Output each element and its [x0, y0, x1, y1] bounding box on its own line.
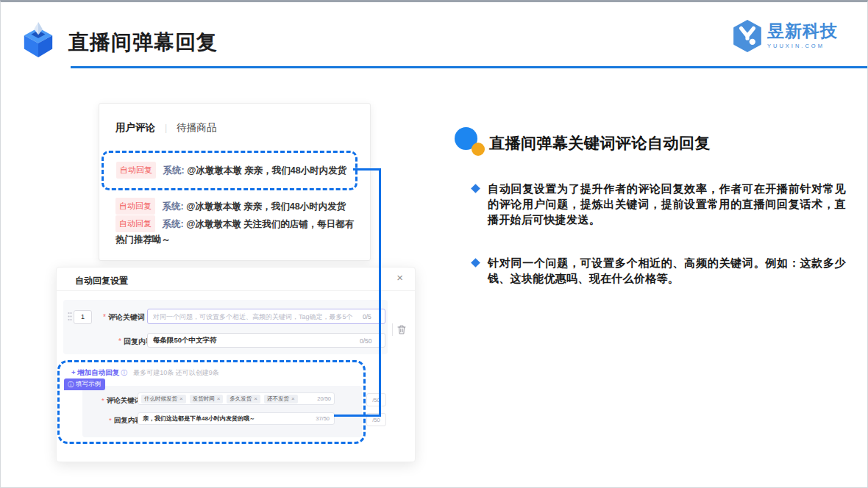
- connector-line: [353, 168, 381, 171]
- trash-divider: [392, 323, 393, 336]
- close-icon[interactable]: ×: [396, 272, 403, 283]
- rule-index-input[interactable]: 1: [74, 310, 92, 324]
- auto-reply-badge: 自动回复: [116, 162, 156, 179]
- reply-input[interactable]: [147, 333, 385, 348]
- diamond-bullet-icon: [471, 258, 480, 268]
- auto-reply-message: 自动回复 系统: @冰墩墩本墩 关注我们的店铺，每日都有热门推荐呦～: [115, 215, 360, 248]
- modal-title: 自动回复设置: [75, 275, 128, 287]
- brand-hexagon-icon: [732, 20, 763, 52]
- brand-logo: 昱新科技 YUUXIN.COM: [732, 20, 838, 52]
- drag-handle-icon[interactable]: [68, 312, 72, 321]
- feature-dot-yellow-icon: [472, 143, 485, 156]
- auto-reply-badge: 自动回复: [115, 215, 155, 232]
- comment-tabs: 用户评论 | 待播商品: [115, 121, 216, 134]
- required-mark: *: [118, 337, 121, 345]
- feature-bullet: 自动回复设置为了提升作者的评论回复效率，作者可在开播前针对常见的评论用户问题，提…: [488, 181, 846, 227]
- diamond-bullet-icon: [471, 184, 480, 193]
- connector-line: [379, 168, 381, 417]
- auto-reply-message: 自动回复 系统: @冰墩墩本墩 亲亲，我们48小时内发货: [116, 162, 346, 179]
- keyword-input[interactable]: [147, 309, 385, 324]
- highlight-annotation-message: 自动回复 系统: @冰墩墩本墩 亲亲，我们48小时内发货: [102, 151, 357, 190]
- message-sender: 系统:: [163, 165, 184, 176]
- brand-domain: YUUXIN.COM: [767, 43, 838, 49]
- keyword-counter: 0/5: [363, 313, 371, 320]
- message-text: @冰墩墩本墩 亲亲，我们48小时内发货: [186, 201, 346, 212]
- reply-counter: 0/50: [360, 337, 372, 345]
- auto-reply-message: 自动回复 系统: @冰墩墩本墩 亲亲，我们48小时内发货: [115, 198, 346, 215]
- highlight-annotation-example: [57, 360, 366, 444]
- feature-heading: 直播间弹幕关键词评论自动回复: [489, 133, 711, 154]
- message-sender: 系统:: [162, 219, 183, 229]
- message-text: @冰墩墩本墩 亲亲，我们48小时内发货: [187, 165, 346, 176]
- clipped-counter-field: /50: [366, 393, 386, 406]
- feature-bullet: 针对同一个问题，可设置多个相近的、高频的关键词。例如：这款多少钱、这块能优惠吗、…: [488, 255, 846, 286]
- live-comment-panel: 用户评论 | 待播商品 自动回复 系统: @冰墩墩本墩 亲亲，我们48小时内发货…: [99, 103, 371, 261]
- auto-reply-badge: 自动回复: [115, 198, 155, 215]
- tab-pending-products[interactable]: 待播商品: [177, 121, 216, 134]
- connector-line: [334, 415, 381, 417]
- required-mark: *: [103, 313, 106, 321]
- message-sender: 系统:: [162, 201, 183, 212]
- tab-divider: |: [165, 123, 167, 133]
- page: 直播间弹幕回复 昱新科技 YUUXIN.COM 用户评论 | 待播商品 自动回复…: [0, 0, 868, 488]
- app-cube-icon: [21, 21, 55, 58]
- title-underline: [71, 66, 868, 68]
- brand-name: 昱新科技: [767, 20, 838, 42]
- page-title: 直播间弹幕回复: [68, 29, 218, 57]
- keyword-label: *评论关键词: [103, 312, 145, 323]
- tab-user-comments[interactable]: 用户评论: [115, 121, 155, 134]
- modal-header-divider: [57, 290, 415, 291]
- delete-rule-icon[interactable]: [397, 325, 406, 334]
